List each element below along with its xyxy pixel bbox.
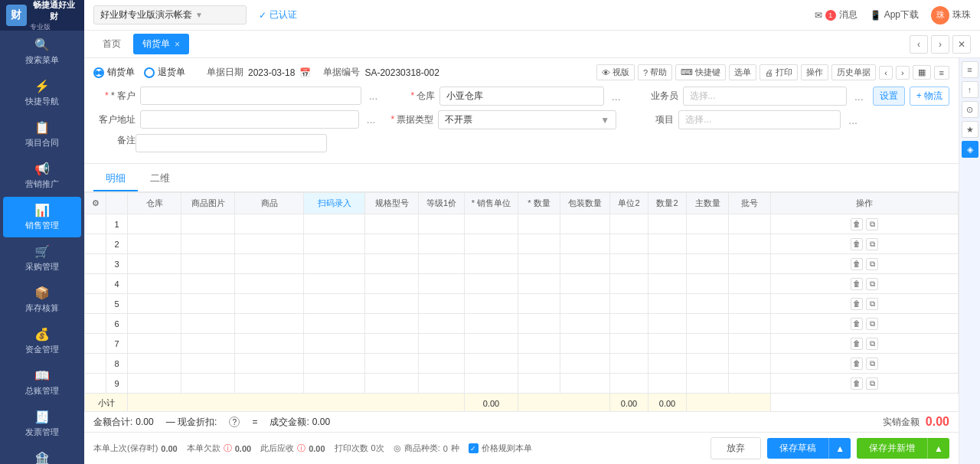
cell-8[interactable] <box>560 294 610 314</box>
cell-4[interactable] <box>365 374 419 394</box>
cell-2[interactable] <box>235 254 304 274</box>
cell-11[interactable] <box>687 294 729 314</box>
delete-row-button[interactable]: 🗑 <box>851 377 863 390</box>
copy-row-button[interactable]: ⧉ <box>866 377 878 390</box>
address-input[interactable] <box>140 110 359 129</box>
cell-1[interactable] <box>181 374 235 394</box>
cell-10[interactable] <box>648 354 687 374</box>
cell-12[interactable] <box>729 274 771 294</box>
save-new-arrow-button[interactable]: ▲ <box>927 438 949 459</box>
cell-7[interactable] <box>518 214 560 234</box>
cell-1[interactable] <box>181 254 235 274</box>
toolbar-shortcut-btn[interactable]: ⌨快捷键 <box>675 64 726 80</box>
cell-4[interactable] <box>365 314 419 334</box>
toolbar-help-btn[interactable]: ?帮助 <box>638 64 672 80</box>
right-panel-btn-3[interactable]: ⊙ <box>962 101 978 118</box>
cell-0[interactable] <box>128 294 181 314</box>
sidebar-item-inventory[interactable]: 📦库存核算 <box>3 279 81 320</box>
cell-9[interactable] <box>610 214 648 234</box>
warehouse-picker-icon[interactable]: ... <box>612 90 621 103</box>
right-panel-btn-2[interactable]: ↑ <box>962 81 978 98</box>
cell-3[interactable] <box>304 354 365 374</box>
toolbar-nav-next[interactable]: › <box>896 66 910 80</box>
cell-6[interactable] <box>465 374 518 394</box>
radio-return[interactable]: 退货单 <box>144 66 185 79</box>
th-settings[interactable]: ⚙ <box>85 193 106 214</box>
copy-row-button[interactable]: ⧉ <box>866 298 878 310</box>
message-button[interactable]: ✉ 1 消息 <box>815 8 858 21</box>
cell-1[interactable] <box>181 234 235 254</box>
tab-detail[interactable]: 明细 <box>93 167 138 191</box>
help-icon[interactable]: ? <box>229 417 240 427</box>
cell-8[interactable] <box>560 354 610 374</box>
cell-4[interactable] <box>365 334 419 354</box>
cell-8[interactable] <box>560 374 610 394</box>
company-selector[interactable]: 好业财专业版演示帐套 ▼ <box>93 5 247 25</box>
toolbar-list-view[interactable]: ≡ <box>934 66 949 80</box>
th-scan[interactable]: 扫码录入 <box>304 193 365 214</box>
delete-row-button[interactable]: 🗑 <box>851 358 863 370</box>
app-download-button[interactable]: 📱 App下载 <box>870 8 919 21</box>
radio-sale[interactable]: 销货单 <box>93 66 135 79</box>
save-draft-arrow-button[interactable]: ▲ <box>828 438 851 459</box>
cell-11[interactable] <box>687 274 729 294</box>
cell-8[interactable] <box>560 254 610 274</box>
cell-2[interactable] <box>235 354 304 374</box>
cell-10[interactable] <box>648 334 687 354</box>
cell-6[interactable] <box>465 334 518 354</box>
delete-row-button[interactable]: 🗑 <box>851 218 863 230</box>
cell-11[interactable] <box>687 254 729 274</box>
tab-2d[interactable]: 二维 <box>138 167 182 191</box>
cell-1[interactable] <box>181 214 235 234</box>
cell-2[interactable] <box>235 294 304 314</box>
delete-row-button[interactable]: 🗑 <box>851 278 863 290</box>
warehouse-input[interactable]: 小亚仓库 <box>439 87 603 106</box>
cell-0[interactable] <box>128 274 181 294</box>
cell-3[interactable] <box>304 234 365 254</box>
cell-5[interactable] <box>419 234 465 254</box>
cell-0[interactable] <box>128 374 181 394</box>
cell-3[interactable] <box>304 254 365 274</box>
cell-12[interactable] <box>729 254 771 274</box>
cell-9[interactable] <box>610 294 648 314</box>
invoice-select[interactable]: 不开票 ▼ <box>438 110 616 129</box>
cell-4[interactable] <box>365 354 419 374</box>
cell-10[interactable] <box>648 294 687 314</box>
cell-7[interactable] <box>518 314 560 334</box>
toolbar-nav-prev[interactable]: ‹ <box>879 66 893 80</box>
tab-close-icon[interactable]: × <box>175 39 180 50</box>
cell-11[interactable] <box>687 334 729 354</box>
customer-picker-icon[interactable]: ... <box>369 90 378 102</box>
cell-10[interactable] <box>648 214 687 234</box>
cell-6[interactable] <box>465 214 518 234</box>
cell-6[interactable] <box>465 294 518 314</box>
cell-3[interactable] <box>304 294 365 314</box>
cell-11[interactable] <box>687 354 729 374</box>
delete-row-button[interactable]: 🗑 <box>851 338 863 350</box>
cell-7[interactable] <box>518 374 560 394</box>
sidebar-item-finance[interactable]: 💰资金管理 <box>3 321 81 361</box>
set-button[interactable]: 设置 <box>873 87 905 106</box>
cell-7[interactable] <box>518 294 560 314</box>
remark-input[interactable] <box>136 134 327 152</box>
cell-4[interactable] <box>365 254 419 274</box>
copy-row-button[interactable]: ⧉ <box>866 218 878 230</box>
cell-11[interactable] <box>687 314 729 334</box>
cell-1[interactable] <box>181 294 235 314</box>
customer-input[interactable] <box>140 87 361 105</box>
cell-7[interactable] <box>518 234 560 254</box>
cell-0[interactable] <box>128 234 181 254</box>
tab-prev-button[interactable]: ‹ <box>910 35 928 54</box>
cell-10[interactable] <box>648 314 687 334</box>
cell-7[interactable] <box>518 254 560 274</box>
sidebar-item-search[interactable]: 🔍搜索菜单 <box>3 31 81 72</box>
toolbar-grid-view[interactable]: ▦ <box>913 65 931 80</box>
cell-5[interactable] <box>419 334 465 354</box>
right-panel-btn-4[interactable]: ★ <box>962 121 978 138</box>
sidebar-item-quick[interactable]: ⚡快捷导航 <box>3 73 81 113</box>
cell-12[interactable] <box>729 354 771 374</box>
copy-row-button[interactable]: ⧉ <box>866 358 878 370</box>
copy-row-button[interactable]: ⧉ <box>866 258 878 270</box>
toolbar-ops-btn[interactable]: 操作 <box>801 64 828 80</box>
cell-6[interactable] <box>465 314 518 334</box>
